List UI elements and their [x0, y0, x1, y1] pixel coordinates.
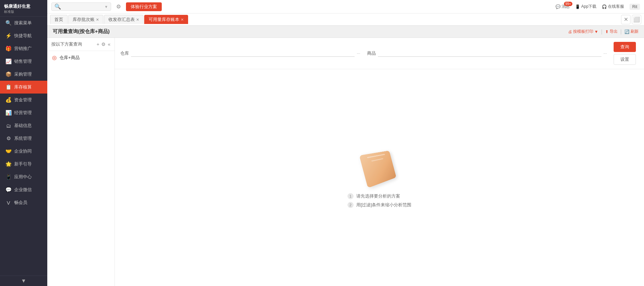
hint-text-2: 用[过滤]条件来缩小分析范围: [356, 202, 411, 208]
empty-hints: 1 请先选择要分析的方案 2 用[过滤]条件来缩小分析范围: [347, 193, 411, 208]
sidebar-label-operation: 经营管理: [14, 110, 32, 116]
hint-num-2: 2: [347, 202, 354, 208]
goods-more-btn[interactable]: ···: [603, 51, 607, 56]
sidebar-item-system[interactable]: ⚙系统管理: [0, 132, 47, 145]
app-download-label: App下载: [581, 4, 596, 9]
sidebar-item-newbie[interactable]: 🌟新手引导: [0, 158, 47, 171]
query-area: 仓库 ··· 商品 ··· 查询 设置: [115, 38, 644, 286]
filter-item-icon: ◎: [52, 54, 57, 61]
content-area: 按以下方案查询 + ⚙ « ◎ 仓库+商品 仓库: [47, 38, 644, 286]
filter-item-warehouse-goods[interactable]: ◎ 仓库+商品: [47, 51, 114, 64]
export-label: 导出: [610, 29, 618, 34]
tab-maximize[interactable]: ⬜: [632, 15, 641, 24]
sidebar-item-sales[interactable]: 📈销售管理: [0, 55, 47, 68]
empty-box-illustration: [359, 151, 396, 188]
sidebar-item-cooperation[interactable]: 🤝企业协同: [0, 145, 47, 158]
main-area: 🔍 ▼ ⚙ 体验行业方案 💬 消息 99+ 📱 App下载 🎧: [47, 0, 644, 286]
filter-settings-icon[interactable]: ⚙: [101, 42, 106, 47]
sidebar-icon-wechat: 💬: [5, 187, 11, 193]
sidebar-item-wechat[interactable]: 💬企业微信: [0, 183, 47, 196]
tab-batch-account-close[interactable]: ✕: [96, 18, 99, 22]
tab-close-window[interactable]: ✕: [621, 15, 630, 24]
sidebar-icon-system: ⚙: [5, 135, 11, 141]
query-actions: 查询 设置: [614, 42, 639, 65]
topbar-user[interactable]: Rit: [629, 4, 640, 10]
sidebar-item-search[interactable]: 🔍搜索菜单: [0, 17, 47, 29]
sidebar-item-basic-info[interactable]: 🗂基础信息: [0, 119, 47, 132]
sidebar-label-system: 系统管理: [14, 135, 32, 141]
topbar-app-download[interactable]: 📱 App下载: [575, 4, 596, 9]
topbar-search-input[interactable]: [62, 4, 103, 9]
tab-receive-summary[interactable]: 收发存汇总表 ✕: [104, 15, 144, 24]
sidebar-label-cooperation: 企业协同: [14, 148, 32, 154]
topbar-gear-icon[interactable]: ⚙: [114, 2, 123, 11]
tab-batch-account[interactable]: 库存批次账 ✕: [68, 15, 103, 24]
filter-panel-title: 按以下方案查询: [51, 41, 82, 47]
sidebar-item-inventory[interactable]: 📋库存核算: [0, 81, 47, 94]
topbar-search-chevron[interactable]: ▼: [104, 5, 108, 9]
filter-collapse-icon[interactable]: «: [108, 42, 110, 47]
tab-available-qty[interactable]: 可用量库存账本 ✕: [144, 15, 188, 24]
headset-icon: 🎧: [602, 4, 607, 9]
tab-home[interactable]: 首页: [50, 15, 68, 24]
sidebar-label-sales: 销售管理: [14, 58, 32, 64]
sidebar-label-quicknav: 快捷导航: [14, 33, 32, 39]
sidebar-icon-basic-info: 🗂: [5, 123, 11, 129]
query-btn[interactable]: 查询: [614, 42, 636, 52]
export-btn[interactable]: ⬆ 导出: [605, 29, 618, 34]
sidebar-item-operation[interactable]: 📊经营管理: [0, 106, 47, 119]
sidebar-item-marketing[interactable]: 🎁营销推广: [0, 42, 47, 55]
tab-receive-summary-close[interactable]: ✕: [136, 18, 139, 22]
hint-num-1: 1: [347, 193, 354, 199]
sidebar-item-purchase[interactable]: 📦采购管理: [0, 68, 47, 81]
topbar-search-icon: 🔍: [54, 3, 61, 10]
query-settings-btn[interactable]: 设置: [614, 54, 636, 65]
app-container: 畅康通好生意 标准版 🔍搜索菜单⚡快捷导航🎁营销推广📈销售管理📦采购管理📋库存核…: [0, 0, 644, 286]
sidebar-scroll-down[interactable]: ▼: [0, 276, 47, 286]
sidebar-icon-finance: 💰: [5, 97, 11, 103]
sidebar-item-finance[interactable]: 💰资金管理: [0, 94, 47, 106]
online-service-label: 在线客服: [608, 4, 624, 9]
empty-hint-1: 1 请先选择要分析的方案: [347, 193, 411, 199]
sidebar-label-finance: 资金管理: [14, 97, 32, 103]
tabbar-end: ✕ ⬜: [621, 15, 641, 24]
user-name: Rit: [632, 4, 637, 9]
page-header-actions: 🖨 按模板打印 ▼ | ⬆ 导出 | 🔄 刷新: [568, 29, 639, 35]
sidebar-label-wechat: 企业微信: [14, 187, 32, 193]
trial-btn[interactable]: 体验行业方案: [126, 2, 162, 11]
print-chevron: ▼: [594, 29, 598, 34]
topbar-msg[interactable]: 💬 消息 99+: [556, 4, 570, 9]
sidebar-item-app-center[interactable]: 📱应用中心: [0, 171, 47, 183]
warehouse-more-btn[interactable]: ···: [357, 51, 360, 56]
hint-text-1: 请先选择要分析的方案: [356, 193, 400, 199]
refresh-btn[interactable]: 🔄 刷新: [624, 29, 639, 34]
warehouse-input[interactable]: [131, 50, 355, 57]
print-label: 按模板打印: [573, 29, 593, 34]
app-edition: 标准版: [4, 9, 43, 14]
sidebar-item-quicknav[interactable]: ⚡快捷导航: [0, 29, 47, 42]
phone-icon: 📱: [575, 4, 580, 9]
sidebar-icon-app-center: 📱: [5, 174, 11, 180]
sidebar-label-app-center: 应用中心: [14, 174, 32, 180]
print-icon: 🖨: [568, 29, 572, 34]
goods-input[interactable]: [378, 50, 601, 57]
topbar-search-box[interactable]: 🔍 ▼: [51, 2, 111, 11]
tab-available-qty-close[interactable]: ✕: [181, 18, 184, 22]
sidebar-item-member[interactable]: V畅会员: [0, 196, 47, 209]
sidebar-icon-newbie: 🌟: [5, 161, 11, 167]
refresh-icon: 🔄: [624, 29, 629, 34]
tabbar: 首页 库存批次账 ✕ 收发存汇总表 ✕ 可用量库存账本 ✕ ✕ ⬜: [47, 14, 644, 26]
topbar-online-service[interactable]: 🎧 在线客服: [602, 4, 624, 9]
app-name: 畅康通好生意: [4, 3, 43, 9]
filter-add-icon[interactable]: +: [97, 42, 99, 47]
sidebar-label-basic-info: 基础信息: [14, 123, 32, 129]
page-header: 可用量查询(按仓库+商品) 🖨 按模板打印 ▼ | ⬆ 导出 | 🔄 刷新: [47, 26, 644, 38]
topbar-right: 💬 消息 99+ 📱 App下载 🎧 在线客服 Rit: [556, 4, 640, 10]
app-logo: 畅康通好生意 标准版: [0, 0, 47, 17]
sidebar-label-marketing: 营销推广: [14, 46, 32, 52]
print-btn[interactable]: 🖨 按模板打印 ▼: [568, 29, 598, 34]
sidebar-scroll: 🔍搜索菜单⚡快捷导航🎁营销推广📈销售管理📦采购管理📋库存核算💰资金管理📊经营管理…: [0, 17, 47, 276]
sidebar-icon-cooperation: 🤝: [5, 148, 11, 154]
goods-label: 商品: [367, 50, 376, 56]
goods-field: 商品 ···: [367, 50, 607, 57]
